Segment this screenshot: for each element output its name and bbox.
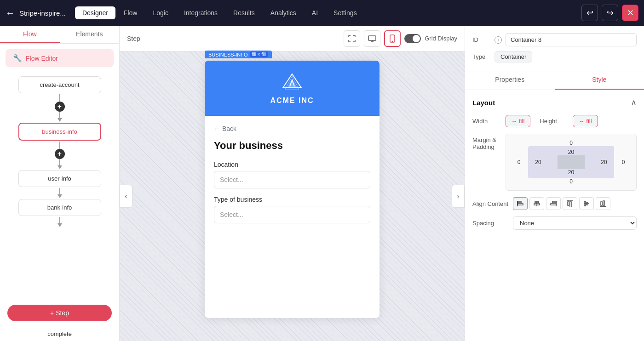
canvas-body: ‹ BUSINESS-INFO fill × fill bbox=[120, 51, 465, 341]
top-nav: ← Stripe-inspire... Designer Flow Logic … bbox=[0, 0, 644, 26]
acme-logo: ACME INC bbox=[270, 72, 314, 105]
tab-flow[interactable]: Flow bbox=[0, 26, 60, 43]
form-logo-area: ACME INC bbox=[205, 61, 380, 116]
canvas-content: BUSINESS-INFO fill × fill bbox=[120, 51, 465, 341]
redo-button[interactable]: ↪ bbox=[602, 5, 618, 21]
svg-rect-7 bbox=[518, 204, 523, 205]
nav-item-logic[interactable]: Logic bbox=[145, 6, 175, 19]
svg-rect-15 bbox=[568, 202, 569, 205]
mobile-button[interactable] bbox=[384, 30, 401, 47]
padding-right-input[interactable] bbox=[597, 159, 611, 165]
flow-node-user-info[interactable]: user-info bbox=[18, 170, 101, 187]
nav-item-settings[interactable]: Settings bbox=[326, 6, 364, 19]
toggle-switch[interactable] bbox=[404, 34, 421, 43]
align-left-button[interactable] bbox=[513, 197, 528, 210]
nav-item-flow[interactable]: Flow bbox=[116, 6, 145, 19]
svg-point-2 bbox=[392, 41, 393, 42]
tab-elements[interactable]: Elements bbox=[60, 26, 120, 43]
flow-items: create-account + business-info + user-in… bbox=[0, 73, 119, 299]
flow-editor-button[interactable]: 🔧 Flow Editor bbox=[6, 49, 114, 67]
padding-lr-row bbox=[531, 155, 611, 169]
margin-top-row bbox=[512, 140, 631, 146]
margin-right-input[interactable] bbox=[616, 159, 631, 165]
width-fill-button[interactable]: ↔ fill bbox=[506, 115, 530, 127]
business-type-select[interactable]: Select... bbox=[214, 206, 370, 223]
location-select[interactable]: Select... bbox=[214, 171, 370, 188]
align-buttons bbox=[513, 197, 610, 210]
spacing-select[interactable]: None bbox=[513, 216, 637, 230]
grid-display-toggle[interactable]: Grid Display bbox=[404, 34, 457, 43]
flow-node-create-account[interactable]: create-account bbox=[18, 76, 101, 93]
width-value: fill bbox=[519, 118, 524, 125]
tab-style[interactable]: Style bbox=[555, 70, 644, 90]
id-info-icon[interactable]: i bbox=[494, 36, 502, 44]
margin-padding-box bbox=[506, 134, 637, 191]
id-row: ID i Container 8 bbox=[472, 33, 637, 46]
right-panel: ID i Container 8 Type Container Properti… bbox=[465, 26, 644, 341]
canvas-nav-left[interactable]: ‹ bbox=[120, 185, 132, 208]
padding-box bbox=[528, 146, 614, 178]
padding-top-row bbox=[531, 149, 611, 155]
left-sidebar: Flow Elements 🔧 Flow Editor create-accou… bbox=[0, 26, 120, 341]
nav-back-button[interactable]: ← bbox=[6, 8, 15, 18]
align-content-row: Align Content bbox=[472, 197, 637, 210]
add-step-connector-2[interactable]: + bbox=[55, 149, 65, 159]
spacing-label: Spacing bbox=[472, 220, 509, 227]
nav-item-analytics[interactable]: Analytics bbox=[263, 6, 304, 19]
svg-rect-22 bbox=[603, 201, 604, 205]
tab-properties[interactable]: Properties bbox=[465, 70, 555, 90]
nav-item-ai[interactable]: AI bbox=[305, 6, 325, 19]
app-title: Stripe-inspire... bbox=[19, 9, 66, 17]
width-label: Width bbox=[472, 118, 500, 125]
align-middle-button[interactable] bbox=[579, 197, 594, 210]
align-center-button[interactable] bbox=[529, 197, 544, 210]
collapse-button[interactable]: ∧ bbox=[631, 97, 637, 108]
form-body: ← Back Your business Location Select... … bbox=[205, 116, 380, 240]
flow-node-bank-info[interactable]: bank-info bbox=[18, 199, 101, 216]
id-label: ID bbox=[472, 36, 491, 43]
height-fill-button[interactable]: ↔ fill bbox=[573, 115, 598, 127]
spacing-row: Spacing None bbox=[472, 216, 637, 230]
nav-item-designer[interactable]: Designer bbox=[75, 6, 115, 19]
flow-line bbox=[59, 94, 60, 102]
form-preview[interactable]: BUSINESS-INFO fill × fill bbox=[205, 61, 380, 318]
add-step-connector-1[interactable]: + bbox=[55, 102, 65, 112]
padding-left-input[interactable] bbox=[531, 159, 546, 165]
grid-display-label: Grid Display bbox=[425, 35, 457, 42]
add-step-button[interactable]: + Step bbox=[7, 305, 112, 321]
fill-arrow-icon: ↔ bbox=[512, 118, 517, 125]
canvas-toolbar: Step bbox=[120, 26, 465, 51]
margin-outer bbox=[508, 136, 634, 188]
padding-bottom-input[interactable] bbox=[562, 169, 581, 176]
margin-padding-row: Margin &Padding bbox=[472, 134, 637, 191]
padding-top-input[interactable] bbox=[562, 149, 581, 155]
location-label: Location bbox=[214, 161, 370, 168]
svg-rect-12 bbox=[552, 201, 556, 203]
canvas-nav-right[interactable]: › bbox=[452, 185, 465, 208]
back-link[interactable]: ← Back bbox=[214, 125, 370, 132]
flow-node-business-info[interactable]: business-info bbox=[18, 123, 101, 141]
padding-bottom-row bbox=[531, 169, 611, 176]
nav-right: ↩ ↪ ✕ bbox=[581, 5, 638, 21]
panel-content: Layout ∧ Width ↔ fill Height ↔ fill Marg… bbox=[465, 90, 644, 341]
flow-arrow bbox=[58, 165, 62, 169]
undo-button[interactable]: ↩ bbox=[581, 5, 598, 21]
align-top-button[interactable] bbox=[563, 197, 577, 210]
margin-top-input[interactable] bbox=[562, 140, 581, 146]
align-right-button[interactable] bbox=[546, 197, 561, 210]
desktop-button[interactable] bbox=[364, 30, 380, 47]
nav-item-results[interactable]: Results bbox=[226, 6, 262, 19]
nav-item-integrations[interactable]: Integrations bbox=[177, 6, 225, 19]
badge-fill: fill × fill bbox=[250, 51, 268, 57]
fill-arrow-icon-2: ↔ bbox=[579, 118, 584, 125]
flow-arrow bbox=[58, 118, 62, 122]
svg-rect-16 bbox=[570, 202, 571, 207]
margin-left-input[interactable] bbox=[512, 159, 526, 165]
align-content-label: Align Content bbox=[472, 200, 509, 207]
fullscreen-button[interactable] bbox=[344, 30, 360, 47]
width-height-row: Width ↔ fill Height ↔ fill bbox=[472, 115, 637, 127]
svg-rect-13 bbox=[551, 204, 556, 205]
close-button[interactable]: ✕ bbox=[622, 5, 638, 21]
align-bottom-button[interactable] bbox=[596, 197, 610, 210]
margin-bottom-input[interactable] bbox=[562, 178, 581, 185]
